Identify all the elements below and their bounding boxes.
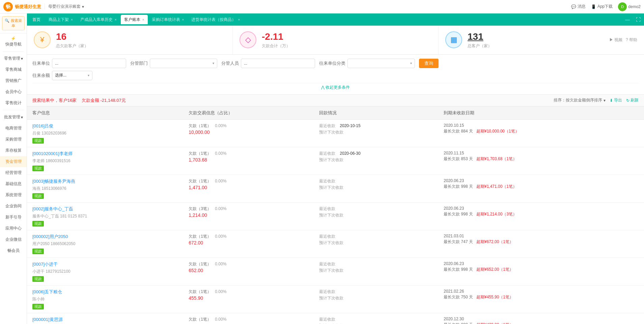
debt-amount: 1,214.00 [189, 212, 207, 218]
customer-link[interactable]: [0003]畅捷服务尹海燕 [32, 179, 75, 184]
sidebar-item-retail-mall[interactable]: 零售商城 [0, 64, 27, 75]
sidebar-item-retail-mgmt[interactable]: 零售管理 ▾ [0, 53, 27, 64]
tab-close-icon[interactable]: × [115, 18, 117, 22]
overdue-days: 最长欠款 998 天 超期¥1,471.00（1笔） [444, 184, 639, 189]
customer-link[interactable]: [0006]丢下粮仓 [32, 289, 62, 294]
customer-contact: 小进干 18279152100 [32, 269, 178, 274]
tab-customer-account[interactable]: 客户账本 × [121, 15, 148, 24]
store-selector[interactable]: 母婴行业演示账套 ▾ [45, 4, 84, 9]
debt-percent: 0.00% [215, 234, 226, 239]
cell-recovery: 最近收款 预计下次收款 [314, 258, 438, 285]
refresh-btn[interactable]: ↻ 刷新 [626, 97, 639, 103]
export-icon: ⬇ [610, 98, 613, 103]
cell-debt: 欠款（1笔） 0.00% 652.00 [183, 258, 314, 285]
table-row: [0001020001]李老师 李老师 18600391516 现款 欠款（1笔… [27, 147, 644, 175]
help-btn[interactable]: ? 帮助 [626, 37, 637, 43]
due-date-value: 2020.06.23 [444, 178, 639, 183]
sidebar-item-system-mgmt[interactable]: 系统管理 [0, 189, 27, 201]
overdue-days: 最长欠款 853 天 超期¥1,703.68（1笔） [444, 156, 639, 162]
sort-label: 排序：按欠款金额倒序排序 [554, 97, 602, 103]
overdue-link[interactable]: 超期¥10,000.00（1笔） [476, 129, 519, 134]
sidebar-item-quick-nav[interactable]: ⚡ 快捷导航 [0, 33, 27, 50]
user-area[interactable]: D demo2 [618, 2, 641, 11]
overdue-link[interactable]: 超期¥652.00（1笔） [476, 267, 513, 272]
tab-product-off[interactable]: 商品上下架 × [45, 15, 76, 24]
search-button[interactable]: 查询 [419, 59, 439, 68]
results-amount: 欠款金额 -21,148.07元 [82, 98, 126, 103]
debt-amount: 10,000.00 [189, 129, 209, 135]
table-row: [0003]畅捷服务尹海燕 海燕 18513066976 现款 欠款（1笔） 0… [27, 175, 644, 202]
dept-select[interactable]: ▾ [150, 59, 217, 68]
tab-purchase-stats[interactable]: 进货单统计表（按商品） × [188, 15, 243, 24]
customer-tag: 现款 [32, 276, 44, 282]
due-date-value: 2020.06.23 [444, 261, 639, 266]
overdue-link[interactable]: 超期¥1,703.68（1笔） [476, 156, 517, 161]
customer-link[interactable]: [0007]小进干 [32, 262, 58, 267]
sidebar-item-member[interactable]: 会员中心 [0, 86, 27, 97]
overdue-days: 最长欠款 750 天 超期¥455.90（1笔） [444, 294, 639, 300]
export-btn[interactable]: ⬇ 导出 [610, 97, 622, 103]
customer-link[interactable]: [0002]服务中心_丁磊 [32, 206, 73, 211]
person-input[interactable]: ... [241, 59, 315, 68]
overdue-link[interactable]: 超期¥1,214.00（3笔） [476, 212, 517, 216]
sidebar-item-finance[interactable]: 资金管理 [0, 156, 27, 167]
debt-percent: 0.00% [215, 317, 226, 322]
overdue-link[interactable]: 超期¥1,471.00（1笔） [476, 184, 517, 189]
tab-home[interactable]: 首页 [28, 17, 45, 23]
balance-select[interactable]: 选择... ▾ [52, 71, 92, 80]
chevron-down-icon: ▾ [604, 98, 606, 103]
customer-link[interactable]: [000001]黄思源 [32, 317, 63, 322]
chevron-down-icon: ▾ [82, 4, 84, 9]
sidebar-item-retail-stats[interactable]: 零售统计 [0, 97, 27, 109]
tab-product-history[interactable]: 产成品入库单历史 × [77, 15, 120, 24]
due-date-value: 2021.03.01 [444, 234, 639, 238]
tab-minimize-btn[interactable]: — [623, 16, 632, 23]
unit-class-select[interactable]: ▾ [347, 59, 415, 68]
sidebar-item-ecommerce[interactable]: 电商管理 [0, 123, 27, 134]
sort-selector[interactable]: 排序：按欠款金额倒序排序 ▾ [554, 97, 606, 103]
sidebar-item-vip-member[interactable]: 畅会员 [0, 245, 27, 256]
sidebar-item-inventory[interactable]: 库存核算 [0, 145, 27, 156]
store-name: 母婴行业演示账套 [48, 4, 81, 9]
tab-close-icon[interactable]: × [238, 18, 240, 22]
dept-label: 分管部门 [130, 60, 148, 66]
customer-link[interactable]: [000002]用户2050 [32, 234, 68, 239]
person-label: 分管人员 [221, 60, 239, 66]
tab-maximize-btn[interactable]: ⛶ [634, 16, 643, 23]
due-date-value: 2020.11.15 [444, 151, 639, 155]
tab-purchase-order[interactable]: 采购订单统计表 × [148, 15, 188, 24]
table-row: [000001]黄思源 黄思源 13552700226 现款 欠款（1笔） 0.… [27, 313, 644, 324]
sidebar-item-purchase-mgmt[interactable]: 采购管理 [0, 134, 27, 145]
sidebar-item-business-mgmt[interactable]: 经营管理 [0, 167, 27, 178]
top-bar-right: 💬 消息 📱 App下载 D demo2 [571, 2, 641, 11]
overdue-link[interactable]: 超期¥672.00（1笔） [476, 239, 513, 244]
tab-close-icon[interactable]: × [142, 18, 144, 22]
customer-link[interactable]: [0016]吕俊 [32, 123, 53, 128]
debt-customers-value: 16 [56, 31, 88, 42]
tab-close-icon[interactable]: × [182, 18, 184, 22]
sidebar-item-enterprise-wechat[interactable]: 企业微信 [0, 234, 27, 245]
message-btn[interactable]: 💬 消息 [571, 4, 586, 9]
cell-recovery: 最近收款 2020-10-15 预计下次收款 [314, 119, 438, 147]
customer-link[interactable]: [0001020001]李老师 [32, 151, 73, 156]
overdue-link[interactable]: 超期¥455.90（1笔） [476, 295, 513, 299]
sidebar-item-new-guide[interactable]: 新手引导 [0, 212, 27, 223]
overdue-link[interactable]: 超期¥429.00（1笔） [476, 322, 513, 324]
search-menu-btn[interactable]: 🔍 搜索菜单 [2, 16, 25, 30]
collapse-btn[interactable]: ⋀ 收起更多条件 [32, 83, 639, 92]
sidebar-item-app-center[interactable]: 应用中心 [0, 223, 27, 234]
sidebar-item-basic-info[interactable]: 基础信息 [0, 178, 27, 189]
video-btn[interactable]: ▶ 视频 [609, 37, 622, 43]
from-unit-input[interactable]: ... [52, 59, 126, 68]
sidebar-item-batch-mgmt[interactable]: 批发管理 ▾ [0, 112, 27, 123]
app-download-btn[interactable]: 📱 App下载 [591, 4, 613, 9]
sidebar-item-label: 电商管理 [5, 125, 22, 131]
debt-percent: 0.00% [215, 206, 226, 211]
sidebar-item-enterprise[interactable]: 企业协同 [0, 201, 27, 212]
due-date-value: 2020.06.23 [444, 206, 639, 211]
debt-amount-label: 欠款合计（万） [262, 43, 290, 49]
debt-percent: 0.00% [215, 123, 226, 128]
tab-close-icon[interactable]: × [71, 18, 73, 22]
overdue-days: 最长欠款 998 天 超期¥1,214.00（3笔） [444, 211, 639, 217]
sidebar-item-marketing[interactable]: 营销推广 [0, 75, 27, 86]
